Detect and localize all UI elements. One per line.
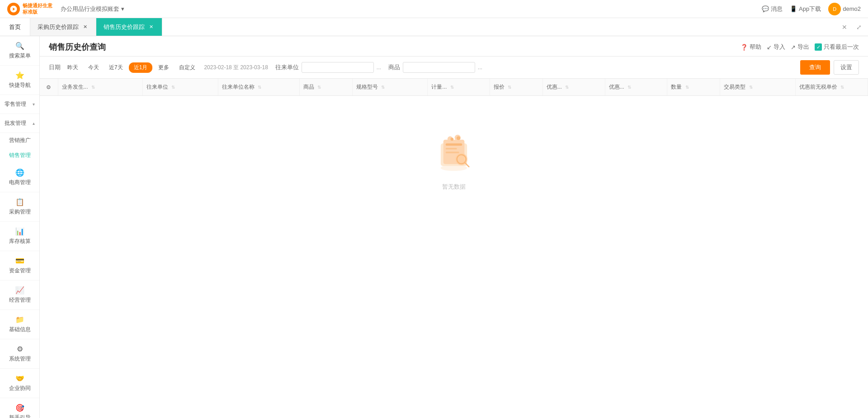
only-last-label: 只看最后一次 — [824, 43, 859, 51]
sort-icon: ⇅ — [508, 85, 511, 90]
sidebar-item-ecom-mgmt-label: 电商管理 — [9, 179, 31, 186]
tab-sales-history[interactable]: 销售历史价跟踪 ✕ — [96, 18, 162, 36]
date-btn-more[interactable]: 更多 — [154, 62, 173, 73]
sidebar: 🔍 搜索菜单 ⭐ 快捷导航 零售管理 ▾ 批发管理 ▴ 营销推广 销售管理 🌐 … — [0, 36, 40, 418]
operations-icon: 📈 — [15, 286, 24, 294]
from-unit-input[interactable] — [302, 62, 374, 73]
col-gear[interactable]: ⚙ — [40, 79, 58, 96]
sort-icon: ⇅ — [840, 85, 844, 90]
app-selector[interactable]: 办公用品行业模拟账套 ▾ — [57, 3, 128, 15]
svg-rect-4 — [446, 148, 457, 149]
date-btn-last1m[interactable]: 近1月 — [129, 62, 153, 73]
sidebar-item-new-guide[interactable]: 🎯 新手引导 — [0, 398, 39, 418]
sidebar-item-quick-nav[interactable]: ⭐ 快捷导航 — [0, 66, 39, 95]
avatar: D — [828, 3, 841, 15]
sidebar-item-search-menu[interactable]: 🔍 搜索菜单 — [0, 36, 39, 66]
only-last-checkbox[interactable]: ✓ 只看最后一次 — [815, 43, 859, 51]
sidebar-item-basic-info[interactable]: 📁 基础信息 — [0, 310, 39, 339]
col-unit-name[interactable]: 往来单位名称 ⇅ — [218, 79, 299, 96]
purchase-icon: 📋 — [15, 198, 24, 206]
help-button[interactable]: ❓ 帮助 — [741, 43, 761, 51]
export-label: 导出 — [797, 43, 809, 51]
message-button[interactable]: 💬 消息 — [762, 5, 783, 13]
sidebar-item-wholesale-mgmt[interactable]: 批发管理 ▴ — [0, 114, 39, 133]
date-btn-last7[interactable]: 近7天 — [105, 62, 127, 73]
col-qty[interactable]: 数量 ⇅ — [667, 79, 720, 96]
sidebar-item-finance-label: 资金管理 — [9, 267, 31, 275]
col-discount1[interactable]: 优惠... ⇅ — [542, 79, 605, 96]
goods-dots[interactable]: ... — [478, 64, 482, 71]
export-button[interactable]: ↗ 导出 — [791, 43, 809, 51]
chevron-down-icon: ▾ — [121, 5, 124, 12]
col-trade-type[interactable]: 交易类型 ⇅ — [720, 79, 796, 96]
tabbar-actions: ✕ ⤢ — [839, 18, 868, 36]
svg-point-12 — [457, 136, 460, 140]
col-pretax-price[interactable]: 优惠前无税单价 ⇅ — [796, 79, 868, 96]
filter-action-buttons: 查询 设置 — [800, 60, 859, 75]
finance-icon: 💳 — [15, 256, 24, 265]
date-btn-custom[interactable]: 自定义 — [175, 62, 199, 73]
sidebar-item-finance[interactable]: 💳 资金管理 — [0, 251, 39, 280]
svg-point-11 — [451, 138, 454, 141]
sidebar-item-purchase-mgmt[interactable]: 📋 采购管理 — [0, 192, 39, 222]
inventory-icon: 📊 — [15, 227, 24, 236]
goods-filter-label: 商品 — [388, 63, 400, 71]
download-label: App下载 — [799, 5, 821, 13]
maximize-button[interactable]: ⤢ — [854, 22, 864, 33]
page-header-actions: ❓ 帮助 ↙ 导入 ↗ 导出 ✓ 只看最后一次 — [741, 43, 859, 51]
settings-button[interactable]: 设置 — [834, 60, 859, 75]
sidebar-item-retail-mgmt[interactable]: 零售管理 ▾ — [0, 95, 39, 114]
date-btn-yesterday[interactable]: 昨天 — [63, 62, 82, 73]
table-area: ⚙ 业务发生... ⇅ 往来单位 ⇅ 往来单位名称 ⇅ 商品 ⇅ — [40, 79, 868, 418]
col-spec[interactable]: 规格型号 ⇅ — [352, 79, 428, 96]
col-biz-date[interactable]: 业务发生... ⇅ — [58, 79, 142, 96]
sidebar-item-enterprise-collab[interactable]: 🤝 企业协同 — [0, 369, 39, 398]
date-btn-today[interactable]: 今天 — [84, 62, 103, 73]
sort-icon: ⇅ — [450, 85, 454, 90]
empty-text: 暂无数据 — [442, 183, 466, 191]
sidebar-item-retail-mgmt-label: 零售管理 — [5, 100, 26, 108]
from-unit-dots[interactable]: ... — [377, 64, 381, 71]
import-button[interactable]: ↙ 导入 — [767, 43, 785, 51]
main-layout: 🔍 搜索菜单 ⭐ 快捷导航 零售管理 ▾ 批发管理 ▴ 营销推广 销售管理 🌐 … — [0, 36, 868, 418]
close-all-tabs-button[interactable]: ✕ — [839, 22, 850, 33]
sidebar-item-inventory[interactable]: 📊 库存核算 — [0, 222, 39, 251]
svg-rect-3 — [446, 143, 462, 146]
date-filter-label: 日期 — [49, 63, 61, 71]
tabbar: 首页 采购历史价跟踪 ✕ 销售历史价跟踪 ✕ ✕ ⤢ — [0, 18, 868, 36]
col-unit-code[interactable]: 往来单位 ⇅ — [142, 79, 218, 96]
message-icon: 💬 — [762, 5, 769, 12]
sidebar-item-inventory-label: 库存核算 — [9, 238, 31, 245]
empty-state: 暂无数据 — [40, 96, 868, 227]
sidebar-item-marketing[interactable]: 营销推广 — [0, 133, 39, 148]
svg-rect-5 — [446, 152, 459, 153]
tab-purchase-history[interactable]: 采购历史价跟踪 ✕ — [30, 18, 96, 36]
sidebar-item-sys-mgmt-label: 系统管理 — [9, 355, 31, 363]
sidebar-item-ecom-mgmt[interactable]: 🌐 电商管理 — [0, 163, 39, 192]
goods-filter-group: 商品 ... — [388, 62, 482, 73]
sidebar-item-enterprise-collab-label: 企业协同 — [9, 385, 31, 392]
user-menu[interactable]: D demo2 — [828, 3, 861, 15]
sidebar-item-sys-mgmt[interactable]: ⚙ 系统管理 — [0, 339, 39, 369]
sidebar-item-search-menu-label: 搜索菜单 — [9, 52, 31, 60]
query-button[interactable]: 查询 — [800, 60, 830, 75]
tab-home[interactable]: 首页 — [0, 18, 30, 36]
col-unit[interactable]: 计量... ⇅ — [428, 79, 490, 96]
sidebar-item-sales-mgmt[interactable]: 销售管理 — [0, 148, 39, 163]
tab-sales-history-close[interactable]: ✕ — [147, 24, 155, 31]
checkbox-icon: ✓ — [815, 43, 822, 51]
goods-input[interactable] — [403, 62, 475, 73]
tab-purchase-history-close[interactable]: ✕ — [81, 24, 89, 31]
tab-purchase-history-label: 采购历史价跟踪 — [38, 23, 79, 31]
sidebar-item-operations[interactable]: 📈 经营管理 — [0, 280, 39, 310]
col-goods[interactable]: 商品 ⇅ — [299, 79, 352, 96]
sort-icon: ⇅ — [381, 85, 385, 90]
sidebar-item-wholesale-mgmt-label: 批发管理 — [5, 119, 26, 127]
gear-icon: ⚙ — [46, 84, 51, 90]
col-discount2[interactable]: 优惠... ⇅ — [605, 79, 667, 96]
date-range-display: 2023-02-18 至 2023-03-18 — [204, 64, 268, 71]
topbar: 畅捷通好生意 标准版 办公用品行业模拟账套 ▾ 💬 消息 📱 App下载 D d… — [0, 0, 868, 18]
col-quote[interactable]: 报价 ⇅ — [490, 79, 543, 96]
search-icon: 🔍 — [15, 42, 24, 50]
app-download-button[interactable]: 📱 App下载 — [790, 5, 821, 13]
